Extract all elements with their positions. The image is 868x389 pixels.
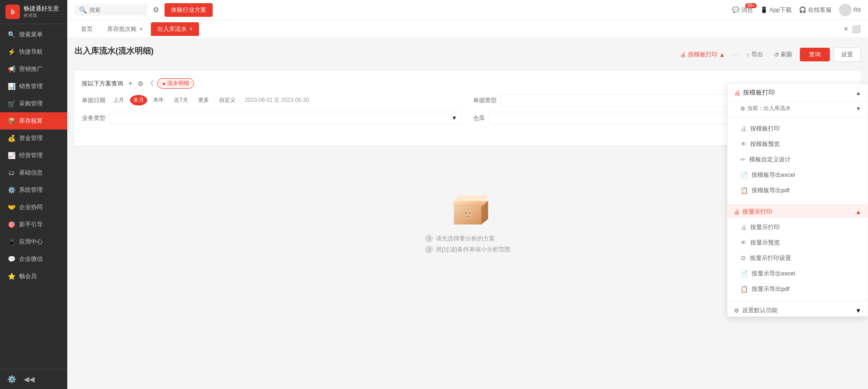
sidebar-item-label: 系统管理 xyxy=(19,186,43,194)
sidebar-item-system[interactable]: ⚙️ 系统管理 xyxy=(0,181,67,199)
tab-inventory-batch[interactable]: 库存批次账 × xyxy=(101,22,149,36)
export-button[interactable]: ↑ 导出 xyxy=(743,49,767,60)
sidebar-item-label: 企业微信 xyxy=(19,255,43,263)
sidebar-item-label: 基础信息 xyxy=(19,169,43,177)
template-excel-item[interactable]: 📄 按模板导出excel xyxy=(728,167,868,183)
sidebar-item-operations[interactable]: 📈 经营管理 xyxy=(0,147,67,164)
tab-home-label: 首页 xyxy=(81,25,93,33)
page-title: 出入库流水(流水明细) xyxy=(75,45,154,56)
tabs-right-controls: × ⬜ xyxy=(844,25,861,33)
toolbar: 🖨 按模板打印 ▲ ··· ↑ 导出 ↺ 刷新 查询 设置 xyxy=(677,47,861,62)
gear-icon[interactable]: ⚙ xyxy=(153,5,159,14)
display-print-item[interactable]: 🖨 按显示打印 xyxy=(728,219,868,235)
bottom-collapse-icon[interactable]: ◀◀ xyxy=(24,375,35,384)
online-service-button[interactable]: 🎧 在线客服 xyxy=(799,6,832,14)
template-custom-item[interactable]: ✏ 模板自定义设计 xyxy=(728,152,868,167)
date-btn-more[interactable]: 更多 xyxy=(194,95,213,105)
sidebar-item-member[interactable]: ⭐ 畅会员 xyxy=(0,268,67,285)
user-avatar-area[interactable]: Rit xyxy=(839,4,861,16)
query-button[interactable]: 查询 xyxy=(800,48,830,61)
sidebar-item-enterprise[interactable]: 🤝 企业协同 xyxy=(0,199,67,216)
sidebar-item-purchase[interactable]: 🛒 采购管理 xyxy=(0,95,67,112)
sidebar-item-guide[interactable]: 🎯 新手引导 xyxy=(0,216,67,233)
display-chevron-up-icon: ▲ xyxy=(855,209,861,215)
warehouse-label: 仓库 xyxy=(473,114,485,122)
search-box[interactable]: 🔍 xyxy=(75,5,147,15)
sidebar-item-label: 搜索菜单 xyxy=(19,30,43,39)
system-icon: ⚙️ xyxy=(7,186,15,194)
template-section: 🖨 按模板打印 👁 按模板预览 ✏ 模板自定义设计 📄 按模板导出excel 📋 xyxy=(728,119,868,200)
base-icon: 🗂 xyxy=(7,169,15,176)
tab-home[interactable]: 首页 xyxy=(75,22,99,36)
date-btn-this-month[interactable]: 本月 xyxy=(130,95,147,105)
current-badge: ⚙ 当前：出入库流水 ▼ xyxy=(728,102,868,115)
box-svg xyxy=(445,184,490,229)
sidebar-item-finance[interactable]: 💰 资金管理 xyxy=(0,130,67,147)
sidebar-item-sales[interactable]: 📊 销售管理 xyxy=(0,78,67,95)
default-section-header[interactable]: ⚙ 设置默认功能 ▼ xyxy=(728,303,868,316)
setup-button[interactable]: 设置 xyxy=(833,47,861,62)
filter-settings-icon[interactable]: ⚙ xyxy=(138,80,144,87)
svg-marker-4 xyxy=(453,195,489,201)
template-preview-item[interactable]: 👁 按模板预览 xyxy=(728,136,868,152)
sidebar-item-label: 销售管理 xyxy=(19,82,43,90)
display-preview-label: 按显示预览 xyxy=(750,239,780,247)
tab-close-active-icon[interactable]: × xyxy=(190,26,193,32)
bottom-settings-icon[interactable]: ⚙️ xyxy=(7,375,16,384)
print-template-button[interactable]: 🖨 按模板打印 ▲ xyxy=(677,49,729,60)
sidebar-item-wechat[interactable]: 💬 企业微信 xyxy=(0,250,67,268)
sidebar-item-base[interactable]: 🗂 基础信息 xyxy=(0,164,67,181)
sidebar-item-inventory[interactable]: 📦 库存核算 xyxy=(0,112,67,130)
display-pdf-label: 按显示导出pdf xyxy=(752,285,789,293)
search-input[interactable] xyxy=(90,7,135,13)
display-pdf-item[interactable]: 📋 按显示导出pdf xyxy=(728,281,868,297)
sidebar-item-label: 经营管理 xyxy=(19,151,43,160)
display-preview-icon: 👁 xyxy=(740,239,747,246)
date-btn-last-month[interactable]: 上月 xyxy=(109,95,128,105)
sidebar-item-marketing[interactable]: 📢 营销推广 xyxy=(0,60,67,78)
current-label: ⚙ xyxy=(740,105,745,112)
close-all-icon[interactable]: × xyxy=(844,25,848,33)
tab-inout-flow[interactable]: 出入库流水 × xyxy=(151,22,199,36)
dropdown-header[interactable]: 🖨 按模板打印 ▲ xyxy=(728,84,868,102)
display-print-settings-item[interactable]: ⚙ 按显示打印设置 xyxy=(728,250,868,266)
display-preview-item[interactable]: 👁 按显示预览 xyxy=(728,235,868,250)
filter-tag[interactable]: ● 流水明细 xyxy=(157,78,194,89)
date-btn-custom[interactable]: 自定义 xyxy=(215,95,239,105)
template-custom-icon: ✏ xyxy=(740,156,746,163)
filter-add-icon[interactable]: ＋ xyxy=(127,79,134,88)
biz-type-select[interactable]: ▼ xyxy=(109,112,462,124)
display-section-header[interactable]: 🖨 按显示打印 ▲ xyxy=(728,204,868,218)
tab-close-icon[interactable]: × xyxy=(140,26,143,32)
svg-point-5 xyxy=(463,210,472,219)
filter-collapse-icon[interactable]: 《 xyxy=(147,80,154,88)
tab-inventory-batch-label: 库存批次账 xyxy=(107,25,137,33)
refresh-button[interactable]: ↺ 刷新 xyxy=(770,49,796,60)
date-btn-7days[interactable]: 近7天 xyxy=(170,95,192,105)
template-custom-label: 模板自定义设计 xyxy=(749,155,791,164)
sidebar-item-search[interactable]: 🔍 搜索菜单 xyxy=(0,26,67,43)
date-btn-this-year[interactable]: 本年 xyxy=(149,95,168,105)
app-download-button[interactable]: 📱 App下载 xyxy=(760,6,792,14)
sidebar-item-appstore[interactable]: 📱 应用中心 xyxy=(0,233,67,250)
display-settings-icon: ⚙ xyxy=(740,254,746,262)
sidebar-item-quicknav[interactable]: ⚡ 快捷导航 xyxy=(0,43,67,60)
sidebar-item-label: 营销推广 xyxy=(19,65,43,73)
tabs-bar: 首页 库存批次账 × 出入库流水 × × ⬜ xyxy=(67,20,868,38)
template-excel-label: 按模板导出excel xyxy=(752,171,795,179)
template-excel-icon: 📄 xyxy=(740,171,748,179)
sidebar-item-label: 采购管理 xyxy=(19,100,43,108)
industry-button[interactable]: 体验行业方案 xyxy=(165,3,213,17)
purchase-icon: 🛒 xyxy=(7,100,15,107)
member-icon: ⭐ xyxy=(7,273,15,280)
display-excel-item[interactable]: 📄 按显示导出excel xyxy=(728,266,868,281)
template-pdf-item[interactable]: 📋 按模板导出pdf xyxy=(728,183,868,198)
logo-area: b 畅捷通好生意 标准版 xyxy=(0,0,67,24)
template-preview-label: 按模板预览 xyxy=(750,140,780,148)
sidebar-item-label: 新手引导 xyxy=(19,220,43,229)
current-label-text: 当前：出入库流水 xyxy=(747,105,791,112)
message-button[interactable]: 💬 消息 99+ xyxy=(732,6,753,14)
search-icon: 🔍 xyxy=(7,31,15,38)
restore-icon[interactable]: ⬜ xyxy=(852,25,861,33)
template-print-item[interactable]: 🖨 按模板打印 xyxy=(728,121,868,136)
